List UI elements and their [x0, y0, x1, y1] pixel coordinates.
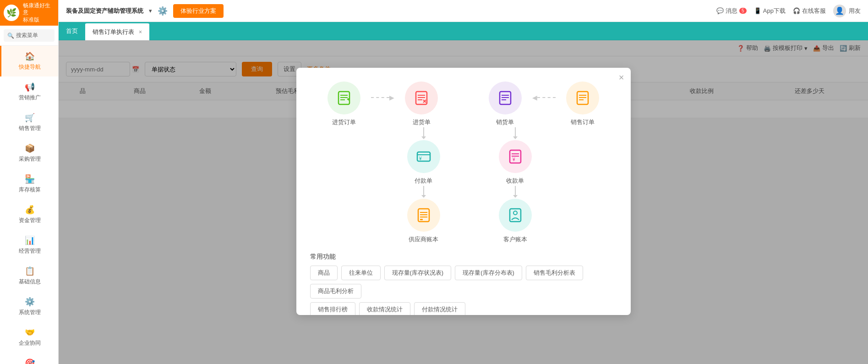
func-stock-dist[interactable]: 现存量(库存分布表): [455, 266, 522, 280]
func-sales-rank[interactable]: 销售排行榜: [310, 302, 355, 315]
finance-icon: 💰: [25, 205, 35, 215]
func-payment-stats[interactable]: 付款情况统计: [414, 302, 465, 315]
arrow-right-icon: ▶: [389, 94, 394, 101]
sidebar: 🌿 畅康通好生意 标准版 🔍 搜索菜单 🏠 快捷导航 📢 营销推广: [0, 0, 59, 364]
marketing-icon: 📢: [25, 82, 35, 92]
tab-home[interactable]: 首页: [59, 22, 85, 40]
sales-bill-label: 销货单: [496, 118, 514, 126]
supplier-account-circle: [407, 199, 440, 232]
system-title: 装备及固定资产辅助管理系统: [66, 7, 143, 15]
dropdown-icon: ▾: [149, 7, 152, 14]
func-stock-status[interactable]: 现存量(库存状况表): [384, 266, 452, 280]
workflow-purchase-bill: 进货单: [396, 81, 447, 126]
arrow-sales-order-to-bill: ◀: [530, 94, 557, 114]
online-service-action[interactable]: 🎧 在线客服: [793, 7, 826, 15]
sidebar-item-inventory[interactable]: 🏪 库存核算: [0, 168, 58, 199]
message-badge: 5: [739, 8, 747, 14]
settings-icon[interactable]: ⚙️: [158, 6, 168, 16]
func-trading-party[interactable]: 往来单位: [341, 266, 381, 280]
sales-order-circle: [566, 81, 599, 114]
operations-icon: 📊: [25, 235, 35, 245]
sidebar-item-marketing[interactable]: 📢 营销推广: [0, 76, 58, 107]
workflow-purchase-order: 进货订单: [319, 81, 370, 126]
basics-icon: 📋: [25, 266, 35, 276]
sidebar-item-purchase[interactable]: 📦 采购管理: [0, 138, 58, 168]
tab-close-icon[interactable]: ×: [139, 29, 142, 35]
func-product[interactable]: 商品: [310, 266, 338, 280]
tab-sales-order-exec[interactable]: 销售订单执行表 ×: [85, 22, 149, 40]
supplier-account-label: 供应商账本: [409, 235, 438, 244]
payment-bill-label: 付款单: [415, 177, 432, 185]
common-functions-title: 常用功能: [310, 253, 617, 261]
workflow-row-1: 进货订单 ▶ 进: [319, 81, 608, 126]
topbar: 装备及固定资产辅助管理系统 ▾ ⚙️ 体验行业方案 💬 消息 5 📱 App下载…: [59, 0, 868, 22]
search-menu-button[interactable]: 🔍 搜索菜单: [4, 29, 55, 42]
user-menu[interactable]: 👤 用友: [833, 5, 861, 17]
sidebar-item-quick-nav[interactable]: 🏠 快捷导航: [0, 46, 58, 76]
sidebar-item-basics[interactable]: 📋 基础信息: [0, 261, 58, 291]
svg-point-29: [513, 211, 517, 215]
message-icon: 💬: [716, 7, 724, 14]
purchase-order-label: 进货订单: [332, 118, 356, 126]
sales-icon: 🛒: [25, 113, 35, 123]
workflow-row-arrows: [319, 126, 608, 140]
sidebar-item-finance[interactable]: 💰 资金管理: [0, 199, 58, 230]
func-product-profit[interactable]: 商品毛利分析: [310, 284, 361, 299]
workflow-payment-bill: ¥ 付款单: [396, 140, 451, 185]
message-action[interactable]: 💬 消息 5: [716, 7, 747, 15]
sidebar-item-guide[interactable]: 🎯 新手引导: [0, 353, 58, 364]
sidebar-nav: 🏠 快捷导航 📢 营销推广 🛒 销售管理 📦 采购管理 🏪 库存核算 💰: [0, 46, 58, 364]
sales-bill-circle: [489, 81, 522, 114]
sidebar-search-area: 🔍 搜索菜单: [0, 26, 58, 46]
purchase-bill-circle: [405, 81, 438, 114]
common-functions-grid-2: 销售排行榜 收款情况统计 付款情况统计: [310, 302, 617, 315]
svg-rect-27: [420, 219, 423, 220]
modal-close-button[interactable]: ×: [619, 72, 624, 83]
search-icon: 🔍: [7, 33, 14, 39]
workflow-customer-account: 客户账本: [488, 199, 543, 244]
customer-account-label: 客户账本: [503, 235, 527, 244]
func-receipt-stats[interactable]: 收款情况统计: [359, 302, 410, 315]
page-content: ❓ 帮助 🖨️ 按模板打印 ▾ 📤 导出 🔄 刷新: [59, 40, 868, 364]
sidebar-item-enterprise[interactable]: 🤝 企业协同: [0, 322, 58, 353]
receipt-bill-label: 收款单: [506, 177, 524, 185]
system-dropdown[interactable]: ▾: [149, 7, 152, 14]
tabbar: 首页 销售订单执行表 ×: [59, 22, 868, 40]
quick-nav-modal: × 进货订单: [296, 68, 631, 315]
logo-icon: 🌿: [4, 5, 19, 21]
purchase-order-circle: [328, 81, 360, 114]
app-download-action[interactable]: 📱 App下载: [754, 7, 786, 15]
home-icon: 🏠: [25, 51, 35, 61]
sidebar-item-system[interactable]: ⚙️ 系统管理: [0, 291, 58, 322]
app-icon: 📱: [754, 7, 761, 14]
sales-order-label: 销售订单: [571, 118, 595, 126]
avatar: 👤: [833, 5, 846, 17]
customer-account-circle: [499, 199, 532, 232]
service-icon: 🎧: [793, 7, 800, 14]
sidebar-item-operations[interactable]: 📊 经营管理: [0, 230, 58, 261]
guide-icon: 🎯: [25, 358, 35, 364]
sidebar-logo: 🌿 畅康通好生意 标准版: [0, 0, 58, 26]
workflow-receipt-bill: ¥ 收款单: [488, 140, 543, 185]
experience-button[interactable]: 体验行业方案: [173, 4, 224, 18]
purchase-icon: 📦: [25, 143, 35, 153]
inventory-icon: 🏪: [25, 174, 35, 184]
common-functions-grid: 商品 往来单位 现存量(库存状况表) 现存量(库存分布表) 销售毛利分析表 商品…: [310, 266, 617, 299]
workflow-sales-order: 销售订单: [557, 81, 608, 126]
topbar-actions: 💬 消息 5 📱 App下载 🎧 在线客服 👤 用友: [716, 5, 861, 17]
workflow-supplier-account: 供应商账本: [396, 199, 451, 244]
func-sales-profit[interactable]: 销售毛利分析表: [526, 266, 583, 280]
svg-text:¥: ¥: [512, 157, 515, 162]
sidebar-item-sales[interactable]: 🛒 销售管理: [0, 107, 58, 138]
svg-text:¥: ¥: [419, 156, 422, 161]
receipt-bill-circle: ¥: [499, 140, 532, 173]
workflow-sales-bill: 销货单: [480, 81, 530, 126]
enterprise-icon: 🤝: [25, 327, 35, 337]
payment-bill-circle: ¥: [407, 140, 440, 173]
arrow-purchase-to-bill: ▶: [369, 94, 396, 114]
workflow-row-arrows2: [319, 185, 608, 199]
logo-text: 畅康通好生意 标准版: [23, 2, 55, 24]
purchase-bill-label: 进货单: [413, 118, 431, 126]
workflow-row-3: 供应商账本 客户账本: [319, 199, 608, 244]
modal-overlay[interactable]: × 进货订单: [59, 40, 868, 364]
